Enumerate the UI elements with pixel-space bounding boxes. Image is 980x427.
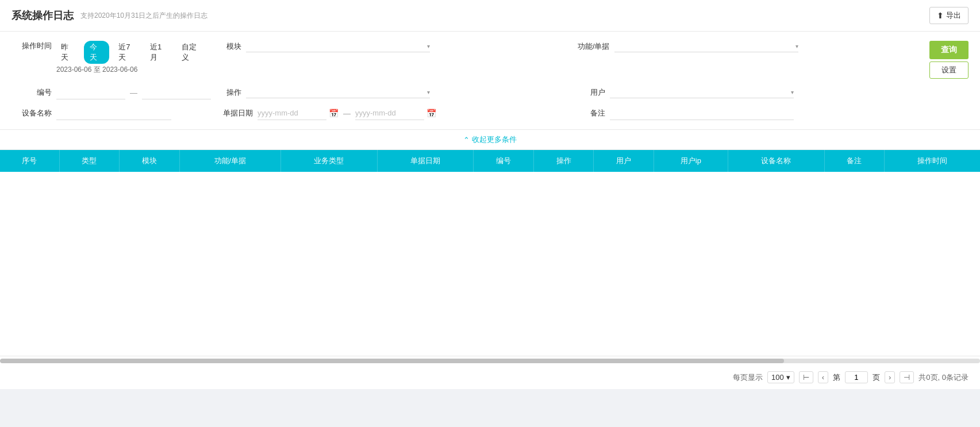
number-from-input[interactable] [56, 86, 125, 99]
doc-date-to-wrap: 📅 [355, 106, 436, 120]
col-func: 功能/单据 [179, 150, 280, 172]
page-header: 系统操作日志 支持2020年10月31日之后产生的操作日志 ⬆ 导出 [0, 0, 980, 32]
per-page-label: 每页显示 [733, 372, 763, 383]
number-dash: — [130, 89, 137, 97]
collapse-label: 收起更多条件 [472, 134, 517, 145]
user-select[interactable]: ▾ [610, 87, 794, 98]
user-label: 用户 [571, 87, 605, 98]
first-page-button[interactable]: ⊢ [799, 371, 813, 383]
col-remark: 备注 [824, 150, 884, 172]
func-chevron-icon: ▾ [795, 43, 798, 49]
operation-chevron-icon: ▾ [427, 89, 430, 95]
col-operation: 操作 [533, 150, 593, 172]
col-module: 模块 [120, 150, 179, 172]
time-option-7days[interactable]: 近7天 [114, 41, 141, 64]
col-type: 类型 [59, 150, 119, 172]
module-select[interactable]: ▾ [246, 41, 430, 52]
func-select[interactable]: ▾ [614, 41, 798, 52]
per-page-select[interactable]: 100 ▾ [767, 371, 794, 383]
col-docdate: 单据日期 [377, 150, 474, 172]
data-table: 序号 类型 模块 功能/单据 业务类型 单据日期 编号 操作 用户 用户ip 设… [0, 150, 980, 172]
export-icon: ⬆ [937, 11, 944, 20]
last-page-button[interactable]: ⊣ [900, 371, 914, 383]
doc-date-to-input[interactable] [355, 106, 424, 120]
horizontal-scrollbar[interactable] [0, 359, 980, 363]
per-page-chevron-icon: ▾ [786, 373, 790, 382]
collapse-icon: ⌃ [463, 136, 470, 144]
col-optime: 操作时间 [884, 150, 980, 172]
module-label: 模块 [218, 41, 241, 52]
pagination: 每页显示 100 ▾ ⊢ ‹ 第 页 › ⊣ 共0页, 0条记录 [0, 366, 980, 389]
page-unit: 页 [873, 372, 880, 383]
doc-date-from-wrap: 📅 [258, 106, 339, 120]
scrollbar-thumb [0, 359, 784, 363]
page-title: 系统操作日志 [11, 9, 74, 22]
number-to-input[interactable] [142, 86, 211, 99]
page-number-input[interactable] [845, 371, 868, 383]
doc-date-from-input[interactable] [258, 106, 326, 120]
operation-select[interactable]: ▾ [246, 87, 430, 98]
number-label: 编号 [11, 87, 52, 98]
header-left: 系统操作日志 支持2020年10月31日之后产生的操作日志 [11, 9, 207, 22]
export-button[interactable]: ⬆ 导出 [929, 7, 969, 24]
col-number: 编号 [474, 150, 533, 172]
remark-input[interactable] [610, 106, 794, 120]
time-filter-block: 昨天 今天 近7天 近1月 自定义 2023-06-06 至 2023-06-0… [56, 41, 207, 75]
prev-page-button[interactable]: ‹ [818, 371, 828, 383]
device-input[interactable] [56, 106, 171, 120]
query-button[interactable]: 查询 [929, 41, 969, 59]
time-option-yesterday[interactable]: 昨天 [56, 41, 79, 64]
device-label: 设备名称 [11, 108, 52, 118]
empty-area [0, 172, 980, 356]
col-user: 用户 [594, 150, 654, 172]
time-range-display: 2023-06-06 至 2023-06-06 [56, 65, 207, 75]
time-options-row: 昨天 今天 近7天 近1月 自定义 [56, 41, 207, 64]
table-container: 序号 类型 模块 功能/单据 业务类型 单据日期 编号 操作 用户 用户ip 设… [0, 150, 980, 356]
page-subtitle: 支持2020年10月31日之后产生的操作日志 [80, 11, 207, 21]
export-label: 导出 [946, 10, 961, 21]
table-header-row: 序号 类型 模块 功能/单据 业务类型 单据日期 编号 操作 用户 用户ip 设… [0, 150, 980, 172]
func-label: 功能/单据 [575, 41, 610, 52]
doc-date-dash: — [343, 109, 351, 118]
setting-button[interactable]: 设置 [929, 61, 969, 79]
filter-panel: 操作时间 昨天 今天 近7天 近1月 自定义 2023-06-06 至 2023… [0, 32, 980, 130]
page-label: 第 [833, 372, 840, 383]
module-chevron-icon: ▾ [427, 43, 430, 49]
operation-label: 操作 [218, 87, 241, 98]
per-page-value: 100 [771, 373, 784, 382]
calendar-to-icon[interactable]: 📅 [426, 109, 436, 118]
time-label: 操作时间 [11, 41, 52, 51]
user-chevron-icon: ▾ [791, 89, 794, 95]
calendar-from-icon[interactable]: 📅 [329, 109, 339, 118]
col-userip: 用户ip [654, 150, 728, 172]
action-buttons: 查询 设置 [929, 41, 969, 79]
scrollbar-area [0, 356, 980, 366]
col-device: 设备名称 [728, 150, 824, 172]
remark-label: 备注 [571, 108, 605, 118]
total-info: 共0页, 0条记录 [918, 372, 969, 383]
collapse-bar[interactable]: ⌃ 收起更多条件 [0, 130, 980, 150]
doc-date-label: 单据日期 [218, 108, 253, 118]
time-option-today[interactable]: 今天 [84, 41, 109, 64]
col-biztype: 业务类型 [281, 150, 378, 172]
time-option-custom[interactable]: 自定义 [177, 41, 207, 64]
next-page-button[interactable]: › [885, 371, 895, 383]
col-index: 序号 [0, 150, 59, 172]
time-option-1month[interactable]: 近1月 [145, 41, 172, 64]
table-header: 序号 类型 模块 功能/单据 业务类型 单据日期 编号 操作 用户 用户ip 设… [0, 150, 980, 172]
